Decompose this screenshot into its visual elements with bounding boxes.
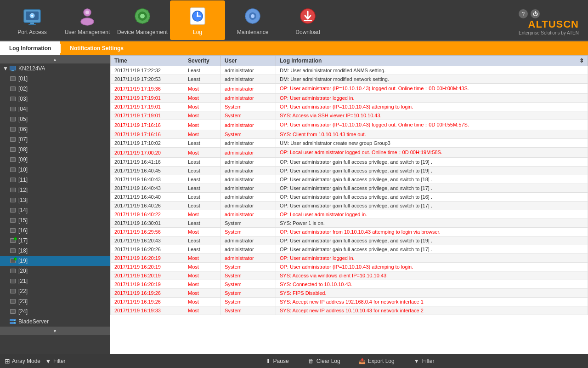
sidebar-item-18[interactable]: [18] xyxy=(0,246,110,256)
sidebar-item-23[interactable]: [23] xyxy=(0,296,110,306)
nav-download[interactable]: Download xyxy=(280,0,335,40)
sidebar-item-24[interactable]: [24] xyxy=(0,306,110,316)
sidebar-item-12[interactable]: [12] xyxy=(0,185,110,195)
table-row[interactable]: 2017/11/19 16:40:26LeastadministratorOP:… xyxy=(111,201,588,210)
table-row[interactable]: 2017/11/19 16:40:45LeastadministratorOP:… xyxy=(111,167,588,175)
sidebar-item-22[interactable]: [22] xyxy=(0,286,110,296)
table-row[interactable]: 2017/11/19 16:20:19MostSystemOP: User ad… xyxy=(111,263,588,271)
table-row[interactable]: 2017/11/19 16:41:16LeastadministratorOP:… xyxy=(111,158,588,167)
sidebar-item-21[interactable]: [21] xyxy=(0,276,110,286)
sidebar-item-17[interactable]: [17] xyxy=(0,236,110,246)
table-row[interactable]: 2017/11/19 17:16:16MostSystemSYS: Client… xyxy=(111,130,588,139)
log-area: Time Severity User Log Information ⇕ xyxy=(110,55,588,354)
cell-user: administrator xyxy=(221,148,276,158)
cell-time: 2017/11/19 17:20:53 xyxy=(111,75,184,84)
sidebar-item-15[interactable]: [15] xyxy=(0,215,110,225)
cell-severity: Most xyxy=(184,271,221,280)
cell-user: administrator xyxy=(221,254,276,263)
table-row[interactable]: 2017/11/19 16:20:19MostSystemSYS: Access… xyxy=(111,271,588,280)
log-icon xyxy=(187,5,209,27)
table-row[interactable]: 2017/11/19 17:10:02LeastadministratorUM:… xyxy=(111,139,588,148)
table-row[interactable]: 2017/11/19 16:19:33MostSystemSYS: Accept… xyxy=(111,306,588,315)
nav-log[interactable]: Log xyxy=(170,0,225,40)
cell-user: System xyxy=(221,263,276,271)
cell-info: SYS: Client from 10.10.10.43 time out. xyxy=(276,130,588,139)
clear-log-button[interactable]: 🗑 Clear Log xyxy=(303,356,345,366)
sidebar-item-02[interactable]: [02] xyxy=(0,84,110,94)
cell-severity: Least xyxy=(184,66,221,75)
table-row[interactable]: 2017/11/19 17:19:01MostadministratorOP: … xyxy=(111,94,588,103)
table-row[interactable]: 2017/11/19 16:19:26MostSystemSYS: Accept… xyxy=(111,298,588,306)
filter-left-button[interactable]: ▼ Filter xyxy=(45,357,66,365)
sub-navigation: Log Information Notification Settings xyxy=(0,41,588,55)
sidebar-item-09[interactable]: [09] xyxy=(0,155,110,165)
user-management-icon xyxy=(76,5,98,27)
brand-logo: ALTUSCN xyxy=(528,18,579,30)
sort-icon[interactable]: ⇕ xyxy=(579,58,584,64)
sidebar-item-03[interactable]: [03] xyxy=(0,94,110,104)
sidebar-item-10[interactable]: [10] xyxy=(0,165,110,175)
sidebar-scroll-down[interactable]: ▼ xyxy=(0,327,110,335)
table-row[interactable]: 2017/11/19 16:40:22MostadministratorOP: … xyxy=(111,210,588,219)
table-row[interactable]: 2017/11/19 17:20:53LeastadministratorDM:… xyxy=(111,75,588,84)
sidebar-scroll-up[interactable]: ▲ xyxy=(0,55,110,63)
table-row[interactable]: 2017/11/19 16:20:19MostSystemSYS: Connec… xyxy=(111,280,588,289)
table-row[interactable]: 2017/11/19 17:19:36MostadministratorOP: … xyxy=(111,84,588,94)
table-row[interactable]: 2017/11/19 16:40:40LeastadministratorOP:… xyxy=(111,193,588,201)
cell-info: OP: Local user administrator logged out.… xyxy=(276,148,588,158)
table-row[interactable]: 2017/11/19 17:00:20MostadministratorOP: … xyxy=(111,148,588,158)
cell-severity: Most xyxy=(184,254,221,263)
sidebar-item-11[interactable]: [11] xyxy=(0,175,110,185)
table-row[interactable]: 2017/11/19 16:30:01LeastSystemSYS: Power… xyxy=(111,219,588,228)
sidebar-item-05[interactable]: [05] xyxy=(0,114,110,124)
sidebar-item-bladeserver[interactable]: BladeServer xyxy=(0,316,110,327)
nav-maintenance[interactable]: Maintenance xyxy=(225,0,280,40)
tab-log-information[interactable]: Log Information xyxy=(0,41,60,55)
sidebar-item-01[interactable]: [01] xyxy=(0,74,110,84)
cell-time: 2017/11/19 16:40:43 xyxy=(111,175,184,184)
table-row[interactable]: 2017/11/19 17:19:01MostSystemSYS: Access… xyxy=(111,111,588,120)
table-row[interactable]: 2017/11/19 16:20:26LeastadministratorOP:… xyxy=(111,245,588,254)
nav-device-management[interactable]: Device Management xyxy=(115,0,170,40)
nav-user-management[interactable]: User Management xyxy=(60,0,115,40)
sidebar-item-06[interactable]: [06] xyxy=(0,124,110,134)
sidebar-item-07[interactable]: [07] xyxy=(0,134,110,144)
sidebar-item-13[interactable]: [13] xyxy=(0,195,110,205)
sidebar-label-18: [18] xyxy=(18,247,28,254)
port-icon-10 xyxy=(9,166,17,173)
cell-severity: Least xyxy=(184,193,221,201)
help-icon[interactable]: ? xyxy=(519,9,528,18)
cell-user: administrator xyxy=(221,184,276,193)
table-row[interactable]: 2017/11/19 17:22:32LeastadministratorDM:… xyxy=(111,66,588,75)
table-row[interactable]: 2017/11/19 16:40:43LeastadministratorOP:… xyxy=(111,175,588,184)
table-row[interactable]: 2017/11/19 16:20:19MostadministratorOP: … xyxy=(111,254,588,263)
power-icon[interactable]: ⏻ xyxy=(531,9,540,18)
export-log-button[interactable]: 📤 Export Log xyxy=(354,356,399,366)
sidebar-item-16[interactable]: [16] xyxy=(0,225,110,236)
table-row[interactable]: 2017/11/19 17:16:16MostadministratorOP: … xyxy=(111,120,588,130)
cell-user: System xyxy=(221,219,276,228)
log-table-wrap[interactable]: Time Severity User Log Information ⇕ xyxy=(110,55,588,354)
svg-point-58 xyxy=(14,237,17,240)
pause-button[interactable]: ⏸ Pause xyxy=(260,356,294,366)
download-icon xyxy=(297,5,319,27)
cell-info: OP: User administrator gain full access … xyxy=(276,193,588,201)
array-mode-button[interactable]: ⊞ Array Mode xyxy=(5,357,40,365)
sidebar-item-04[interactable]: [04] xyxy=(0,104,110,114)
filter-button[interactable]: ▼ Filter xyxy=(408,356,439,366)
sidebar-item-08[interactable]: [08] xyxy=(0,144,110,155)
table-row[interactable]: 2017/11/19 16:29:56MostSystemOP: User ad… xyxy=(111,228,588,236)
port-icon-15 xyxy=(9,217,17,224)
cell-user: administrator xyxy=(221,120,276,130)
sidebar-item-20[interactable]: [20] xyxy=(0,266,110,276)
table-row[interactable]: 2017/11/19 17:19:01MostSystemOP: User ad… xyxy=(111,103,588,111)
full-bottom-bar: ⊞ Array Mode ▼ Filter ⏸ Pause 🗑 Clear Lo… xyxy=(0,354,588,368)
nav-port-access[interactable]: Port Access xyxy=(5,0,60,40)
sidebar-root-node[interactable]: ▼ KN2124VA xyxy=(0,63,110,74)
sidebar-item-14[interactable]: [14] xyxy=(0,205,110,215)
table-row[interactable]: 2017/11/19 16:20:43LeastadministratorOP:… xyxy=(111,236,588,245)
table-row[interactable]: 2017/11/19 16:40:43LeastadministratorOP:… xyxy=(111,184,588,193)
table-row[interactable]: 2017/11/19 16:19:26MostSystemSYS: FIPS D… xyxy=(111,289,588,298)
tab-notification-settings[interactable]: Notification Settings xyxy=(61,41,133,55)
sidebar-item-19[interactable]: [19] xyxy=(0,256,110,266)
